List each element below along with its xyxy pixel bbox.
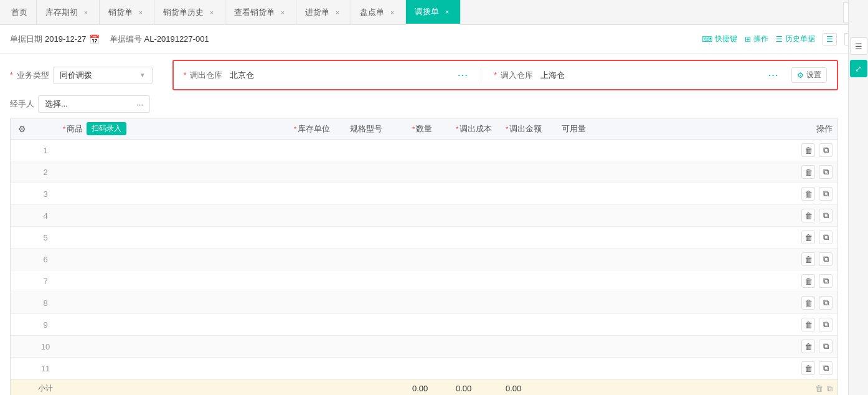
row-copy-button-3[interactable]: ⧉: [819, 209, 833, 222]
row-cost-0[interactable]: [451, 140, 501, 161]
row-amount-2[interactable]: [501, 183, 557, 204]
row-amount-0[interactable]: [501, 140, 557, 161]
row-cost-6[interactable]: [451, 270, 501, 292]
tab-sales-order[interactable]: 销货单 ×: [100, 0, 154, 25]
tab-sales-order-close[interactable]: ×: [136, 8, 145, 17]
tab-home[interactable]: 首页: [5, 0, 37, 25]
tab-view-sales-close[interactable]: ×: [278, 8, 287, 17]
row-amount-6[interactable]: [501, 270, 557, 292]
row-cost-8[interactable]: [451, 314, 501, 335]
row-goods-6[interactable]: [58, 270, 289, 292]
row-copy-button-2[interactable]: ⧉: [819, 187, 833, 201]
settings-button[interactable]: ⚙ 设置: [791, 67, 827, 83]
right-panel-list-button[interactable]: ☰: [850, 37, 867, 55]
row-cost-5[interactable]: [451, 249, 501, 270]
row-qty-10[interactable]: [407, 358, 451, 379]
table-rows-container: 1 🗑 ⧉ 2 🗑 ⧉: [11, 140, 837, 379]
row-delete-button-1[interactable]: 🗑: [801, 165, 815, 179]
row-qty-4[interactable]: [407, 227, 451, 248]
row-amount-3[interactable]: [501, 205, 557, 226]
calendar-icon[interactable]: 📅: [89, 34, 100, 44]
row-goods-8[interactable]: [58, 314, 289, 335]
row-cost-10[interactable]: [451, 358, 501, 379]
subtotal-copy-icon[interactable]: ⧉: [827, 384, 833, 394]
row-cost-2[interactable]: [451, 183, 501, 204]
row-copy-button-6[interactable]: ⧉: [819, 274, 833, 288]
row-amount-7[interactable]: [501, 292, 557, 313]
row-copy-button-8[interactable]: ⧉: [819, 318, 833, 331]
row-delete-button-9[interactable]: 🗑: [801, 340, 815, 353]
row-goods-0[interactable]: [58, 140, 289, 161]
row-copy-button-1[interactable]: ⧉: [819, 165, 833, 179]
row-cost-9[interactable]: [451, 336, 501, 357]
row-delete-button-4[interactable]: 🗑: [801, 231, 815, 244]
person-more-button[interactable]: ···: [136, 100, 143, 109]
tab-view-sales[interactable]: 查看销货单 ×: [225, 0, 296, 25]
row-cost-4[interactable]: [451, 227, 501, 248]
row-goods-7[interactable]: [58, 292, 289, 313]
row-copy-button-7[interactable]: ⧉: [819, 296, 833, 310]
shortcuts-button[interactable]: ⌨ 快捷键: [702, 34, 737, 44]
row-delete-button-10[interactable]: 🗑: [801, 361, 815, 375]
row-qty-8[interactable]: [407, 314, 451, 335]
row-delete-button-3[interactable]: 🗑: [801, 209, 815, 222]
tab-purchase-order-close[interactable]: ×: [333, 8, 342, 17]
row-cost-1[interactable]: [451, 161, 501, 183]
layout-list-button[interactable]: ☰: [823, 33, 837, 45]
row-qty-3[interactable]: [407, 205, 451, 226]
row-delete-button-0[interactable]: 🗑: [801, 143, 815, 157]
row-delete-button-2[interactable]: 🗑: [801, 187, 815, 201]
col-header-settings[interactable]: ⚙: [11, 118, 33, 139]
row-delete-button-8[interactable]: 🗑: [801, 318, 815, 331]
scan-entry-button[interactable]: 扫码录入: [87, 122, 126, 135]
row-goods-5[interactable]: [58, 249, 289, 270]
tab-inventory-init[interactable]: 库存期初 ×: [37, 0, 100, 25]
row-delete-button-5[interactable]: 🗑: [801, 252, 815, 266]
history-button[interactable]: ☰ 历史单据: [776, 34, 815, 44]
row-amount-4[interactable]: [501, 227, 557, 248]
tab-sales-history-close[interactable]: ×: [207, 8, 216, 17]
tab-inventory-init-close[interactable]: ×: [82, 8, 90, 17]
row-qty-1[interactable]: [407, 161, 451, 183]
row-num-2: 3: [33, 183, 58, 204]
row-qty-7[interactable]: [407, 292, 451, 313]
row-goods-1[interactable]: [58, 161, 289, 183]
tab-sales-history[interactable]: 销货单历史 ×: [154, 0, 225, 25]
row-goods-10[interactable]: [58, 358, 289, 379]
tab-stocktake[interactable]: 盘点单 ×: [351, 0, 406, 25]
row-amount-1[interactable]: [501, 161, 557, 183]
row-copy-button-4[interactable]: ⧉: [819, 231, 833, 244]
row-copy-button-0[interactable]: ⧉: [819, 143, 833, 157]
subtotal-delete-icon[interactable]: 🗑: [815, 384, 823, 393]
tab-transfer[interactable]: 调拨单 ×: [406, 0, 461, 25]
row-delete-button-7[interactable]: 🗑: [801, 296, 815, 310]
row-amount-8[interactable]: [501, 314, 557, 335]
operations-button[interactable]: ⊞ 操作: [745, 34, 768, 44]
row-copy-button-5[interactable]: ⧉: [819, 252, 833, 266]
transfer-out-more-button[interactable]: ···: [458, 70, 469, 80]
row-qty-2[interactable]: [407, 183, 451, 204]
row-goods-4[interactable]: [58, 227, 289, 248]
row-cost-7[interactable]: [451, 292, 501, 313]
row-copy-button-9[interactable]: ⧉: [819, 340, 833, 353]
row-delete-button-6[interactable]: 🗑: [801, 274, 815, 288]
row-goods-9[interactable]: [58, 336, 289, 357]
row-amount-10[interactable]: [501, 358, 557, 379]
row-qty-5[interactable]: [407, 249, 451, 270]
row-amount-5[interactable]: [501, 249, 557, 270]
tab-stocktake-close[interactable]: ×: [388, 8, 397, 17]
row-cost-3[interactable]: [451, 205, 501, 226]
transfer-in-more-button[interactable]: ···: [768, 70, 779, 80]
business-type-select[interactable]: 同价调拨 ▼: [53, 67, 153, 84]
tab-transfer-close[interactable]: ×: [443, 7, 451, 16]
row-goods-3[interactable]: [58, 205, 289, 226]
row-goods-2[interactable]: [58, 183, 289, 204]
right-panel-expand-button[interactable]: ⤢: [850, 60, 867, 77]
person-select[interactable]: 选择... ···: [38, 95, 150, 113]
row-copy-button-10[interactable]: ⧉: [819, 361, 833, 375]
row-qty-6[interactable]: [407, 270, 451, 292]
row-qty-0[interactable]: [407, 140, 451, 161]
row-amount-9[interactable]: [501, 336, 557, 357]
tab-purchase-order[interactable]: 进货单 ×: [296, 0, 351, 25]
row-qty-9[interactable]: [407, 336, 451, 357]
